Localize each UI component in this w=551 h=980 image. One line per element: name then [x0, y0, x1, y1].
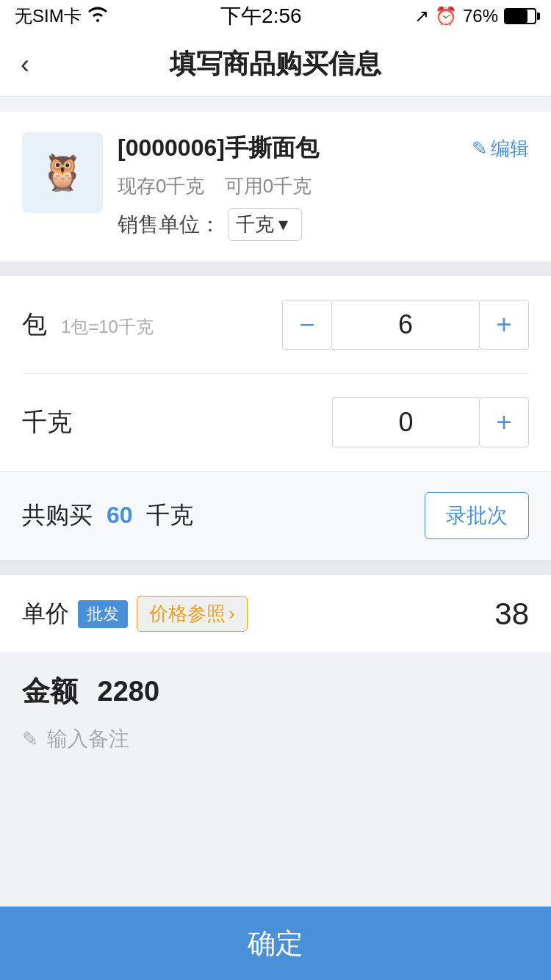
note-edit-icon: ✎: [22, 728, 38, 751]
package-increase-button[interactable]: +: [479, 300, 529, 350]
price-ref-label: 价格参照: [149, 601, 226, 627]
status-left: 无SIM卡: [15, 4, 108, 28]
product-info: [0000006]手撕面包 ✎ 编辑 现存0千克 可用0千克 销售单位： 千克 …: [118, 132, 529, 241]
product-name-row: [0000006]手撕面包 ✎ 编辑: [118, 132, 529, 165]
price-badge: 批发: [78, 600, 128, 628]
amount-label: 金额: [22, 676, 78, 707]
quantity-section: 包 1包=10千克 − + 千克 +: [0, 276, 551, 471]
amount-section: 金额 2280 ✎ 输入备注: [0, 652, 551, 768]
total-section: 共购买 60 千克 录批次: [0, 471, 551, 561]
nav-bar: ‹ 填写商品购买信息: [0, 32, 551, 97]
total-unit: 千克: [146, 502, 193, 528]
unit-row: 销售单位： 千克 ▾: [118, 208, 529, 241]
product-full-name: [0000006]手撕面包: [118, 132, 319, 165]
package-sublabel: 1包=10千克: [61, 317, 154, 336]
price-reference-button[interactable]: 价格参照 ›: [137, 596, 248, 632]
kilogram-quantity-input[interactable]: [332, 397, 479, 447]
package-label: 包: [22, 310, 47, 338]
product-card: 🦉 [0000006]手撕面包 ✎ 编辑 现存0千克 可用0千克 销售单位： 千…: [0, 112, 551, 262]
alarm-icon: ⏰: [435, 6, 457, 26]
status-time: 下午2:56: [220, 2, 302, 30]
status-right: ↗ ⏰ 76%: [414, 6, 536, 26]
kilogram-label: 千克: [22, 406, 72, 439]
carrier-label: 无SIM卡: [15, 4, 82, 28]
package-quantity-input[interactable]: [332, 300, 479, 350]
total-amount: 60: [107, 502, 133, 528]
stock-label: 现存0千克: [118, 175, 204, 197]
price-ref-arrow: ›: [228, 602, 235, 625]
product-thumbnail-icon: 🦉: [40, 152, 84, 193]
kilogram-increase-button[interactable]: +: [479, 397, 529, 447]
back-button[interactable]: ‹: [21, 49, 29, 80]
section-divider: [0, 561, 551, 575]
page-title: 填写商品购买信息: [170, 46, 381, 82]
amount-value: 2280: [98, 676, 160, 707]
unit-value: 千克: [236, 212, 274, 237]
package-decrease-button[interactable]: −: [282, 300, 332, 350]
battery-percent: 76%: [463, 6, 498, 26]
price-label-group: 单价 批发 价格参照 ›: [22, 596, 248, 632]
package-row: 包 1包=10千克 − +: [22, 276, 529, 374]
price-label: 单价: [22, 598, 69, 630]
kilogram-quantity-control: +: [332, 397, 529, 447]
edit-icon: ✎: [472, 137, 488, 160]
location-icon: ↗: [414, 6, 429, 26]
note-placeholder: 输入备注: [47, 725, 129, 753]
chevron-down-icon: ▾: [278, 213, 288, 236]
stock-row: 现存0千克 可用0千克: [118, 173, 529, 199]
note-row[interactable]: ✎ 输入备注: [22, 725, 529, 753]
divider-1: [0, 262, 551, 276]
status-bar: 无SIM卡 下午2:56 ↗ ⏰ 76%: [0, 0, 551, 32]
battery-icon: [504, 8, 536, 24]
amount-row: 金额 2280: [22, 673, 529, 710]
edit-label: 编辑: [491, 136, 529, 162]
package-quantity-control: − +: [282, 300, 529, 350]
confirm-button-label: 确定: [248, 925, 303, 962]
price-value: 38: [494, 597, 529, 632]
unit-select[interactable]: 千克 ▾: [228, 208, 302, 241]
product-image: 🦉: [22, 132, 103, 213]
edit-button[interactable]: ✎ 编辑: [472, 136, 529, 162]
wifi-icon: [87, 6, 108, 26]
available-label: 可用0千克: [225, 175, 311, 197]
unit-prefix: 销售单位：: [118, 211, 220, 239]
package-label-group: 包 1包=10千克: [22, 308, 154, 342]
kilogram-row: 千克 +: [22, 374, 529, 471]
confirm-button[interactable]: 确定: [0, 907, 551, 980]
price-section: 单价 批发 价格参照 › 38: [0, 575, 551, 652]
batch-button[interactable]: 录批次: [425, 492, 529, 539]
total-label: 共购买 60 千克: [22, 500, 193, 532]
